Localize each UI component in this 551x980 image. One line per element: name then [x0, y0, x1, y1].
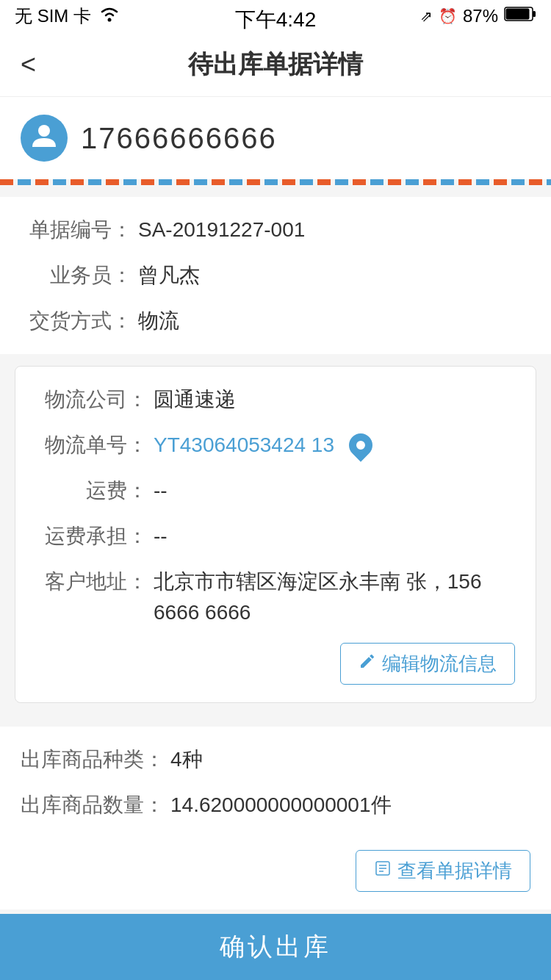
- tracking-no-value: YT43064053424 13: [154, 430, 515, 461]
- quantity-value: 14.620000000000001件: [170, 790, 530, 821]
- gray-separator-1: [0, 703, 551, 715]
- nav-bar: < 待出库单据详情: [0, 32, 551, 97]
- battery-text: 87%: [463, 6, 498, 26]
- person-icon: [29, 120, 59, 156]
- basic-info-section: 单据编号： SA-20191227-001 业务员： 曾凡杰 交货方式： 物流: [0, 197, 551, 354]
- freight-bearer-label: 运费承担：: [36, 521, 154, 552]
- logistics-company-label: 物流公司：: [36, 384, 154, 415]
- freight-bearer-row: 运费承担： --: [36, 521, 515, 552]
- confirm-outbound-button[interactable]: 确认出库: [220, 930, 331, 964]
- sku-count-row: 出库商品种类： 4种: [21, 744, 530, 775]
- edit-logistics-label: 编辑物流信息: [382, 651, 497, 677]
- sales-person-value: 曾凡杰: [138, 260, 530, 291]
- edit-logistics-button[interactable]: 编辑物流信息: [340, 643, 515, 685]
- svg-rect-3: [506, 9, 530, 20]
- page-title: 待出库单据详情: [188, 48, 363, 82]
- svg-point-4: [38, 125, 50, 137]
- avatar: [21, 115, 68, 162]
- address-value: 北京市市辖区海淀区永丰南 张，156 6666 6666: [154, 566, 515, 628]
- status-bar: 无 SIM 卡 下午4:42 ⇗ ⏰ 87%: [0, 0, 551, 32]
- quantity-label: 出库商品数量：: [21, 790, 170, 821]
- status-right: ⇗ ⏰ 87%: [420, 6, 536, 26]
- battery-icon: [504, 6, 536, 26]
- back-button[interactable]: <: [21, 49, 36, 80]
- logistics-section: 物流公司： 圆通速递 物流单号： YT43064053424 13 运费： --…: [15, 366, 536, 703]
- status-time: 下午4:42: [235, 6, 317, 34]
- carrier-text: 无 SIM 卡: [15, 4, 91, 28]
- order-no-label: 单据编号：: [21, 215, 138, 245]
- order-no-value: SA-20191227-001: [138, 215, 530, 245]
- wifi-icon: [98, 6, 120, 26]
- sku-count-value: 4种: [170, 744, 530, 775]
- svg-rect-2: [533, 11, 536, 17]
- sku-count-label: 出库商品种类：: [21, 744, 170, 775]
- tracking-no-label: 物流单号：: [36, 430, 154, 461]
- delivery-method-value: 物流: [138, 306, 530, 336]
- alarm-icon: ⏰: [439, 7, 457, 25]
- outbound-info-section: 出库商品种类： 4种 出库商品数量： 14.620000000000001件 查…: [0, 727, 551, 909]
- sales-person-label: 业务员：: [21, 260, 138, 291]
- location-status-icon: ⇗: [420, 7, 433, 25]
- customer-phone: 17666666666: [81, 122, 277, 155]
- freight-bearer-value: --: [154, 521, 515, 552]
- freight-label: 运费：: [36, 475, 154, 506]
- dashed-divider: [0, 179, 551, 185]
- customer-header: 17666666666: [0, 97, 551, 179]
- confirm-button-container: 确认出库: [0, 914, 551, 980]
- freight-row: 运费： --: [36, 475, 515, 506]
- view-details-button[interactable]: 查看单据详情: [356, 850, 530, 892]
- edit-pencil-icon: [359, 652, 376, 675]
- edit-button-container: 编辑物流信息: [36, 643, 515, 685]
- tracking-no-row: 物流单号： YT43064053424 13: [36, 430, 515, 461]
- order-no-row: 单据编号： SA-20191227-001: [21, 215, 530, 245]
- freight-value: --: [154, 475, 515, 506]
- address-label: 客户地址：: [36, 566, 154, 597]
- address-row: 客户地址： 北京市市辖区海淀区永丰南 张，156 6666 6666: [36, 566, 515, 628]
- status-left: 无 SIM 卡: [15, 4, 120, 28]
- view-details-label: 查看单据详情: [397, 858, 512, 884]
- doc-list-icon: [374, 860, 392, 882]
- logistics-company-value: 圆通速递: [154, 384, 515, 415]
- delivery-method-label: 交货方式：: [21, 306, 138, 336]
- sales-person-row: 业务员： 曾凡杰: [21, 260, 530, 291]
- view-details-button-container: 查看单据详情: [21, 835, 530, 892]
- delivery-method-row: 交货方式： 物流: [21, 306, 530, 336]
- logistics-company-row: 物流公司： 圆通速递: [36, 384, 515, 415]
- quantity-row: 出库商品数量： 14.620000000000001件: [21, 790, 530, 821]
- map-location-icon[interactable]: [344, 428, 377, 461]
- svg-point-0: [108, 18, 112, 22]
